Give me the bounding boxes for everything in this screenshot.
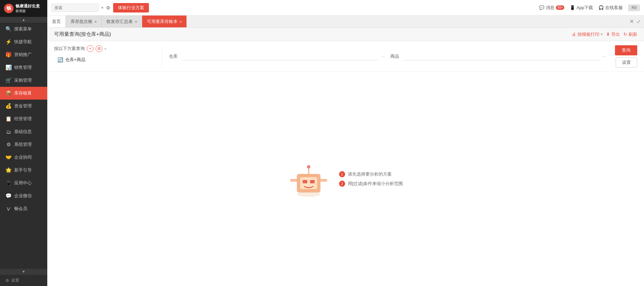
gear-icon[interactable]: ⚙ bbox=[106, 5, 110, 10]
scheme-icon: 🔄 bbox=[57, 57, 63, 62]
chart-icon: 📊 bbox=[5, 64, 11, 71]
chevron-down-icon[interactable]: ▾ bbox=[101, 5, 103, 10]
sidebar-item-label: 基础信息 bbox=[14, 129, 32, 135]
app-download[interactable]: 📱 App下载 bbox=[570, 5, 593, 11]
sidebar-item-label: 采购管理 bbox=[14, 77, 32, 83]
refresh-button[interactable]: ↻ 刷新 bbox=[623, 31, 637, 37]
query-scheme-header: 按以下方案查询 + ⚙ « bbox=[54, 45, 158, 52]
sidebar-item-label: 经营管理 bbox=[14, 116, 32, 122]
product-label: 商品 bbox=[390, 53, 401, 59]
export-icon: ⬇ bbox=[606, 32, 610, 37]
scheme-label: 仓库+商品 bbox=[65, 57, 85, 63]
gear-icon: ⚙ bbox=[5, 141, 11, 148]
export-label: 导出 bbox=[611, 31, 620, 37]
settings-icon: ⚙ bbox=[5, 278, 9, 283]
clipboard-icon: 📋 bbox=[5, 116, 11, 122]
industry-button[interactable]: 体验行业方案 bbox=[113, 3, 149, 12]
product-input[interactable] bbox=[403, 52, 600, 60]
sidebar-item-label: 新手引导 bbox=[14, 167, 32, 173]
notifications[interactable]: 💬 消息 99+ bbox=[539, 5, 564, 11]
tab-expand-icon[interactable]: ⤢ bbox=[637, 19, 641, 24]
hint-text-1: 请先选择要分析的方案 bbox=[348, 171, 392, 177]
sidebar-item-finance[interactable]: 💰 资金管理 bbox=[0, 100, 47, 112]
content-area: 可用量查询(按仓库+商品) 🖨 按模板打印 ▾ ⬇ 导出 ↻ 刷新 bbox=[47, 28, 644, 286]
sidebar-item-label: 快捷导航 bbox=[14, 39, 32, 45]
tab-close-icon[interactable]: ✕ bbox=[629, 18, 634, 25]
tab-home[interactable]: 首页 bbox=[47, 16, 66, 27]
tab-in-out-summary[interactable]: 收发存汇总表 × bbox=[102, 16, 142, 27]
sidebar-item-wechat[interactable]: 💬 企业微信 bbox=[0, 189, 47, 202]
warehouse-more-btn[interactable]: ··· bbox=[381, 54, 385, 59]
export-button[interactable]: ⬇ 导出 bbox=[606, 31, 620, 37]
tab-close-batch-account[interactable]: × bbox=[95, 20, 97, 24]
sidebar-item-label: 销售管理 bbox=[14, 64, 32, 71]
sidebar-item-vip[interactable]: V 畅会员 bbox=[0, 202, 47, 215]
sidebar-item-newbie[interactable]: 🌟 新手引导 bbox=[0, 164, 47, 177]
sidebar-item-label: 营销推广 bbox=[14, 52, 32, 58]
tab-batch-account-label: 库存批次账 bbox=[71, 19, 93, 25]
sidebar-item-purchase[interactable]: 🛒 采购管理 bbox=[0, 74, 47, 87]
product-more-btn[interactable]: ··· bbox=[603, 54, 606, 59]
hint-text-2: 用[过滤]条件来缩小分析范围 bbox=[348, 181, 403, 187]
settings-button[interactable]: 设置 bbox=[616, 57, 637, 68]
handshake-icon: 🤝 bbox=[5, 154, 11, 160]
online-service-label: 在线客服 bbox=[605, 5, 623, 11]
chevron-down-icon[interactable]: ▾ bbox=[601, 32, 603, 36]
refresh-icon: ↻ bbox=[623, 32, 627, 37]
tab-home-label: 首页 bbox=[52, 19, 61, 25]
money-icon: 💰 bbox=[5, 103, 11, 109]
sidebar: 畅 畅康通好生意 标准版 ▲ 🔍 搜索菜单 ⚡ 快捷导航 🎁 营销推广 📊 销售… bbox=[0, 0, 47, 286]
sidebar-item-shortcut[interactable]: ⚡ 快捷导航 bbox=[0, 35, 47, 48]
page-title: 可用量查询(按仓库+商品) bbox=[54, 31, 111, 37]
sidebar-item-label: 应用中心 bbox=[14, 180, 32, 186]
tab-available-inventory[interactable]: 可用量库存账本 × bbox=[142, 16, 187, 27]
tab-close-available-inventory[interactable]: × bbox=[180, 20, 182, 24]
page-actions: 🖨 按模板打印 ▾ ⬇ 导出 ↻ 刷新 bbox=[572, 31, 637, 37]
sidebar-item-cooperation[interactable]: 🤝 企业协同 bbox=[0, 151, 47, 164]
warehouse-input[interactable] bbox=[182, 52, 379, 60]
scheme-item-warehouse-product[interactable]: 🔄 仓库+商品 bbox=[54, 55, 158, 65]
vip-icon: V bbox=[5, 206, 11, 212]
sidebar-item-operations[interactable]: 📋 经营管理 bbox=[0, 112, 47, 125]
scheme-settings-button[interactable]: ⚙ bbox=[96, 45, 102, 52]
sidebar-item-app-center[interactable]: 📱 应用中心 bbox=[0, 177, 47, 189]
main-area: ▾ ⚙ 体验行业方案 💬 消息 99+ 📱 App下载 🎧 在线客服 Rit 首… bbox=[47, 0, 644, 286]
sidebar-item-marketing[interactable]: 🎁 营销推广 bbox=[0, 48, 47, 61]
tab-close-in-out-summary[interactable]: × bbox=[135, 20, 137, 24]
sidebar-item-label: 畅会员 bbox=[14, 206, 27, 212]
query-row: 仓库 ··· 商品 ··· 查询 设置 bbox=[169, 45, 637, 68]
sidebar-item-label: 资金管理 bbox=[14, 103, 32, 109]
empty-text: 1 请先选择要分析的方案 2 用[过滤]条件来缩小分析范围 bbox=[339, 171, 403, 187]
sidebar-scroll-up[interactable]: ▲ bbox=[0, 17, 47, 23]
sidebar-item-search[interactable]: 🔍 搜索菜单 bbox=[0, 23, 47, 35]
sidebar-bottom-label: 设置 bbox=[11, 278, 19, 283]
notifications-badge: 99+ bbox=[556, 5, 564, 10]
sidebar-bottom[interactable]: ⚙ 设置 bbox=[0, 275, 47, 286]
wechat-icon: 💬 bbox=[5, 193, 11, 199]
sidebar-item-inventory[interactable]: 📦 库存核算 bbox=[0, 87, 47, 100]
search-input[interactable] bbox=[51, 4, 99, 12]
empty-hint-1: 1 请先选择要分析的方案 bbox=[339, 171, 403, 177]
logo-badge: 标准版 bbox=[16, 9, 40, 13]
print-button[interactable]: 🖨 按模板打印 ▾ bbox=[572, 31, 603, 37]
tab-in-out-summary-label: 收发存汇总表 bbox=[106, 19, 133, 25]
online-service[interactable]: 🎧 在线客服 bbox=[598, 5, 623, 11]
sidebar-item-label: 企业协同 bbox=[14, 154, 32, 160]
bell-icon: 💬 bbox=[539, 5, 544, 10]
notifications-label: 消息 bbox=[546, 5, 555, 11]
add-scheme-button[interactable]: + bbox=[87, 45, 94, 52]
tabbar-right: ✕ ⤢ bbox=[626, 16, 644, 27]
sidebar-item-label: 搜索菜单 bbox=[14, 26, 32, 32]
sidebar-item-basic-info[interactable]: 🗂 基础信息 bbox=[0, 125, 47, 138]
sidebar-item-system[interactable]: ⚙ 系统管理 bbox=[0, 138, 47, 151]
folder-icon: 🗂 bbox=[5, 129, 11, 135]
tab-available-inventory-label: 可用量库存账本 bbox=[147, 19, 178, 25]
lightning-icon: ⚡ bbox=[5, 39, 11, 45]
refresh-label: 刷新 bbox=[628, 31, 637, 37]
query-button[interactable]: 查询 bbox=[615, 45, 637, 55]
sidebar-item-sales[interactable]: 📊 销售管理 bbox=[0, 61, 47, 74]
user-avatar[interactable]: Rit bbox=[628, 4, 640, 11]
tab-batch-account[interactable]: 库存批次账 × bbox=[66, 16, 102, 27]
collapse-icon[interactable]: « bbox=[104, 46, 107, 51]
sidebar-scroll-down[interactable]: ▼ bbox=[0, 269, 47, 275]
